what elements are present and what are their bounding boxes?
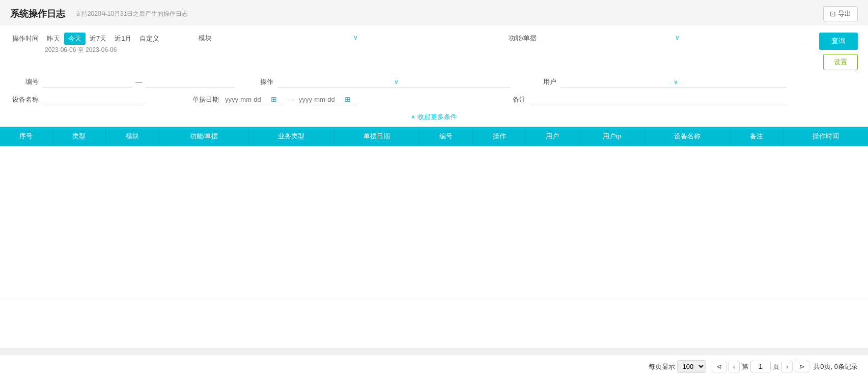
collapse-chevron-icon: ∧ — [411, 113, 415, 121]
page-size-selector: 每页显示 100 50 200 — [649, 360, 708, 373]
module-label: 模块 — [183, 34, 212, 43]
user-select[interactable]: ∨ — [561, 77, 787, 88]
page-unit: 页 — [773, 362, 779, 371]
collapse-button[interactable]: ∧ 收起更多条件 — [405, 110, 463, 124]
page-subtitle: 支持2020年10月31日之后产生的操作日志 — [75, 10, 188, 18]
table-col-header: 备注 — [730, 127, 783, 146]
export-label: 导出 — [838, 9, 851, 18]
module-select[interactable]: ∨ — [216, 33, 491, 43]
table-header-row: 序号类型模块功能/单据业务类型单据日期编号操作用户用户ip设备名称备注操作时间 — [0, 127, 868, 146]
voucher-date-to-input[interactable] — [299, 96, 345, 103]
operation-chevron-icon: ∨ — [394, 78, 508, 85]
module-chevron-icon: ∨ — [353, 34, 488, 41]
function-chevron-icon: ∨ — [675, 34, 806, 41]
device-name-label: 设备名称 — [10, 95, 39, 104]
last-page-button[interactable]: ⊳ — [795, 361, 809, 372]
table-col-header: 操作 — [472, 127, 525, 146]
time-filter: 昨天 今天 近7天 近1月 自定义 — [43, 33, 163, 45]
operation-time-label: 操作时间 — [10, 34, 39, 43]
prev-page-button[interactable]: ‹ — [729, 361, 740, 372]
number-input-from[interactable] — [43, 76, 132, 88]
today-btn[interactable]: 今天 — [64, 33, 86, 45]
table-col-header: 模块 — [106, 127, 159, 146]
page-label: 第 — [742, 362, 748, 371]
export-icon: ⊡ — [830, 10, 836, 18]
number-label: 编号 — [10, 77, 39, 86]
settings-button[interactable]: 设置 — [823, 54, 858, 70]
next-page-button[interactable]: › — [781, 361, 793, 372]
total-info: 共0页, 0条记录 — [814, 362, 858, 371]
yesterday-btn[interactable]: 昨天 — [43, 33, 64, 45]
table-col-header: 用户ip — [579, 127, 645, 146]
table-col-header: 业务类型 — [249, 127, 334, 146]
remark-label: 备注 — [490, 95, 526, 104]
table-col-header: 编号 — [419, 127, 472, 146]
per-page-select[interactable]: 100 50 200 — [677, 360, 706, 373]
user-label: 用户 — [521, 77, 556, 86]
operation-label: 操作 — [245, 77, 273, 86]
date-range-display: 2023-06-06 至 2023-06-06 — [45, 46, 117, 54]
voucher-date-from-input[interactable] — [225, 96, 271, 103]
per-page-label: 每页显示 — [649, 362, 675, 371]
action-buttons: 查询 设置 — [819, 33, 858, 70]
voucher-date-dash: — — [287, 96, 294, 103]
pager: ⊲ ‹ 第 页 › ⊳ — [712, 361, 810, 372]
table-col-header: 单据日期 — [334, 127, 419, 146]
horizontal-scrollbar[interactable] — [0, 348, 868, 355]
table-col-header: 序号 — [0, 127, 52, 146]
custom-btn[interactable]: 自定义 — [135, 33, 163, 45]
user-chevron-icon: ∨ — [674, 78, 783, 85]
query-button[interactable]: 查询 — [819, 33, 858, 50]
table-col-header: 设备名称 — [645, 127, 730, 146]
number-dash: — — [135, 78, 142, 86]
page-title: 系统操作日志 — [10, 8, 65, 20]
table-col-header: 功能/单据 — [159, 127, 248, 146]
export-button[interactable]: ⊡ 导出 — [823, 6, 858, 21]
pagination-bar: 每页显示 100 50 200 ⊲ ‹ 第 页 › ⊳ 共0页, 0条记录 — [0, 355, 868, 378]
calendar-to-icon[interactable]: ⊞ — [345, 95, 351, 103]
remark-input[interactable] — [530, 94, 787, 105]
first-page-button[interactable]: ⊲ — [712, 361, 726, 372]
collapse-label: 收起更多条件 — [417, 112, 457, 122]
table-col-header: 用户 — [526, 127, 579, 146]
voucher-date-label: 单据日期 — [183, 95, 219, 104]
device-name-input[interactable] — [43, 94, 145, 105]
data-table: 序号类型模块功能/单据业务类型单据日期编号操作用户用户ip设备名称备注操作时间 — [0, 127, 868, 324]
calendar-from-icon[interactable]: ⊞ — [271, 95, 277, 103]
number-input-to[interactable] — [145, 76, 235, 88]
page-number-input[interactable] — [750, 361, 771, 372]
table-col-header: 操作时间 — [783, 127, 868, 146]
operation-select[interactable]: ∨ — [277, 77, 511, 88]
last1month-btn[interactable]: 近1月 — [110, 33, 135, 45]
function-label: 功能/单据 — [501, 34, 537, 43]
voucher-date-from[interactable]: ⊞ — [223, 94, 284, 105]
last7-btn[interactable]: 近7天 — [86, 33, 110, 45]
table-col-header: 类型 — [52, 127, 105, 146]
voucher-date-to[interactable]: ⊞ — [297, 94, 358, 105]
function-select[interactable]: ∨ — [541, 33, 809, 43]
